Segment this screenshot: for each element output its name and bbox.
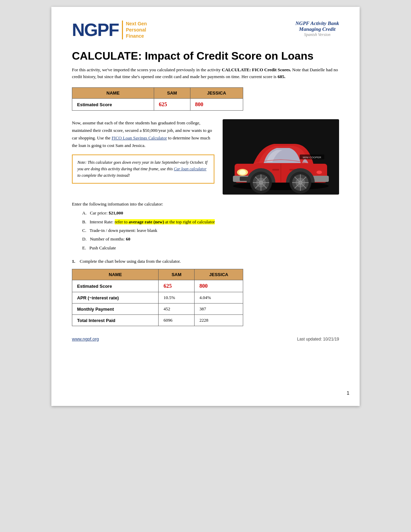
- jessica-estimated-score: 800: [195, 280, 243, 292]
- footer: www.ngpf.org Last updated: 10/21/19: [72, 336, 339, 342]
- instruction-c: C. Trade-in / down payment: leave blank: [82, 226, 339, 234]
- col-header-sam: SAM: [154, 88, 190, 99]
- car-svg: MINI COOPER: [223, 119, 339, 195]
- instructions-header: Enter the following information into the…: [72, 201, 339, 207]
- col-header-name: NAME: [72, 88, 154, 99]
- left-column: Now, assume that each of the three stude…: [72, 119, 214, 195]
- instruction-b: B. Interest Rate: refer to average rate …: [82, 218, 339, 226]
- logo-line1: Next Gen: [126, 21, 147, 27]
- jessica-total-interest: 2228: [195, 315, 243, 326]
- table-row: APR (~interest rate) 10.5% 4.04%: [72, 292, 243, 304]
- instruction-d: D. Number of months: 60: [82, 235, 339, 243]
- row-total-interest: Total Interest Paid: [72, 315, 159, 326]
- second-data-table: NAME SAM JESSICA Estimated Score 625 800…: [72, 269, 243, 326]
- sam-score-1: 625: [154, 99, 190, 111]
- fico-calculator-link[interactable]: FICO Loan Savings Calculator: [112, 135, 167, 140]
- row-estimated-score: Estimated Score: [72, 280, 159, 292]
- jessica-monthly-payment: 387: [195, 304, 243, 315]
- managing-credit-label: Managing Credit: [296, 26, 339, 32]
- note-text-after: to complete the activity instead!: [77, 173, 130, 178]
- note-box: Note: This calculator goes down every ye…: [72, 154, 214, 184]
- header: NGPF Next Gen Personal Finance NGPF Acti…: [72, 21, 339, 39]
- table-row: Estimated Score 625 800: [72, 99, 243, 111]
- spanish-version-link[interactable]: Spanish Version: [296, 32, 339, 37]
- instructions-list: A. Car price: $21,000 B. Interest Rate: …: [72, 209, 339, 252]
- svg-text:MINI COOPER: MINI COOPER: [303, 156, 321, 159]
- page-title: CALCULATE: Impact of Credit Score on Loa…: [72, 50, 339, 62]
- activity-bank-label: NGPF Activity Bank: [296, 21, 339, 26]
- row-apr: APR (~interest rate): [72, 292, 159, 304]
- page-container: NGPF Next Gen Personal Finance NGPF Acti…: [51, 7, 360, 406]
- logo-container: NGPF Next Gen Personal Finance: [72, 21, 147, 39]
- sam-apr: 10.5%: [159, 292, 195, 304]
- sam-total-interest: 6096: [159, 315, 195, 326]
- intro-text: For this activity, we've imported the sc…: [72, 66, 339, 81]
- header-right: NGPF Activity Bank Managing Credit Spani…: [296, 21, 339, 37]
- svg-point-11: [316, 171, 322, 174]
- logo-line2: Personal: [126, 27, 147, 33]
- col2-header-sam: SAM: [159, 269, 195, 280]
- svg-point-1: [233, 182, 329, 190]
- svg-point-9: [239, 170, 246, 175]
- row-label-estimated-score: Estimated Score: [72, 99, 154, 111]
- instruction-e: E. Push Calculate: [82, 244, 339, 252]
- body-paragraph: Now, assume that each of the three stude…: [72, 119, 214, 149]
- logo-line3: Finance: [126, 33, 147, 39]
- table-row: Total Interest Paid 6096 2228: [72, 315, 243, 326]
- right-column: MINI COOPER: [223, 119, 339, 195]
- table-row: Estimated Score 625 800: [72, 280, 243, 292]
- col2-header-jessica: JESSICA: [195, 269, 243, 280]
- ngpf-logo: NGPF: [72, 21, 119, 39]
- col-header-jessica: JESSICA: [190, 88, 243, 99]
- first-score-table: NAME SAM JESSICA Estimated Score 625 800: [72, 87, 243, 111]
- question-text: Complete the chart below using data from…: [80, 259, 181, 264]
- car-loan-calculator-link[interactable]: Car loan calculator: [174, 166, 207, 171]
- jessica-score-1: 800: [190, 99, 243, 111]
- row-monthly-payment: Monthly Payment: [72, 304, 159, 315]
- two-col-section: Now, assume that each of the three stude…: [72, 119, 339, 195]
- sam-monthly-payment: 452: [159, 304, 195, 315]
- instruction-a: A. Car price: $21,000: [82, 209, 339, 217]
- sam-estimated-score: 625: [159, 280, 195, 292]
- footer-website-link[interactable]: www.ngpf.org: [72, 336, 99, 342]
- question-label: 1. Complete the chart below using data f…: [72, 259, 339, 264]
- jessica-apr: 4.04%: [195, 292, 243, 304]
- table-row: Monthly Payment 452 387: [72, 304, 243, 315]
- car-image: MINI COOPER: [223, 119, 339, 195]
- svg-rect-6: [272, 169, 279, 171]
- col2-header-name: NAME: [72, 269, 159, 280]
- logo-subtitle: Next Gen Personal Finance: [122, 21, 147, 39]
- footer-last-updated: Last updated: 10/21/19: [297, 337, 339, 342]
- page-number: 1: [347, 390, 349, 396]
